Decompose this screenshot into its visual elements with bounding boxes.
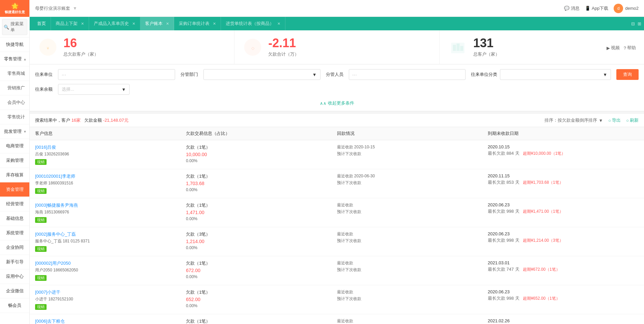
message-button[interactable]: 💬 消息 bbox=[564, 5, 580, 11]
tab-product-history[interactable]: 产成品入库单历史 ✕ bbox=[89, 17, 140, 30]
tabs-collapse-icon[interactable]: ⊟ bbox=[631, 21, 635, 26]
collapse-button[interactable]: ∧∧ 收起更多条件 bbox=[320, 100, 354, 106]
overdue-amount-link[interactable]: 超期¥672.00（1笔） bbox=[523, 267, 560, 272]
app-download-button[interactable]: 📱 App下载 bbox=[585, 5, 608, 11]
topbar-actions: 💬 消息 📱 App下载 d demo2 bbox=[564, 4, 639, 13]
debt-amount[interactable]: 1,703.68 bbox=[186, 181, 337, 186]
due-date: 2020.06.23 bbox=[488, 231, 639, 236]
tab-product-shelf[interactable]: 商品上下架 ✕ bbox=[51, 17, 89, 30]
debt-amount[interactable]: 1,471.00 bbox=[186, 210, 337, 215]
export-button[interactable]: ○ 导出 bbox=[608, 117, 621, 123]
max-overdue-days: 最长欠款 998 天 bbox=[488, 296, 520, 301]
customer-name-link[interactable]: [0016]吕俊 bbox=[35, 145, 56, 150]
filter-item-unit: 往来单位 ··· bbox=[35, 69, 175, 80]
debt-count: 欠款（1笔） bbox=[186, 318, 337, 324]
filter-row-2: 往来余额 选择... ▼ bbox=[35, 84, 639, 95]
sidebar-item-app-center[interactable]: 应用中心 bbox=[0, 269, 29, 284]
tabs-expand-icon[interactable]: ⊞ bbox=[638, 21, 641, 26]
sidebar-item-system[interactable]: 系统管理 bbox=[0, 226, 29, 240]
query-button[interactable]: 查询 bbox=[616, 69, 639, 80]
sidebar-item-purchase[interactable]: 采购管理 bbox=[0, 153, 29, 168]
debt-amount[interactable]: 672.00 bbox=[186, 268, 337, 273]
sort-select[interactable]: 排序：按欠款金额倒序排序 ▼ bbox=[544, 117, 603, 123]
table-row: [0016]吕俊 吕俊 13026203696 现销 欠款（1笔） 10,000… bbox=[30, 140, 644, 169]
header-debt-info: 欠款交易信息（占比） bbox=[186, 130, 337, 137]
refresh-button[interactable]: ○ 刷新 bbox=[626, 117, 639, 123]
last-payment: 最近收款 2020-06-30 bbox=[337, 173, 488, 179]
filter-select-dept[interactable]: ▼ bbox=[203, 69, 320, 80]
tab-close-icon[interactable]: ✕ bbox=[81, 22, 84, 26]
help-button[interactable]: ? 帮助 bbox=[624, 45, 636, 51]
overdue-amount-link[interactable]: 超期¥1,703.68（1笔） bbox=[523, 180, 563, 185]
sidebar-item-guide[interactable]: 新手引导 bbox=[0, 255, 29, 269]
tab-close-icon-3[interactable]: ✕ bbox=[166, 22, 169, 26]
tab-close-icon-2[interactable]: ✕ bbox=[132, 22, 135, 26]
sidebar-item-batch-mgmt[interactable]: 批发管理 ▼ bbox=[0, 124, 29, 139]
sidebar-item-retail-mgmt[interactable]: 零售管理 ▲ bbox=[0, 52, 29, 66]
max-overdue-days: 最长欠款 998 天 bbox=[488, 238, 520, 243]
customer-phone: 用户2050 18665062050 bbox=[35, 267, 186, 273]
customer-name-link[interactable]: [0002]服务中心_丁磊 bbox=[35, 232, 76, 237]
customer-name-link[interactable]: [000002]用户2050 bbox=[35, 261, 71, 266]
due-date: 2021.02.26 bbox=[488, 318, 639, 323]
sidebar-item-ecommerce[interactable]: 电商管理 bbox=[0, 139, 29, 153]
filter-select-balance[interactable]: 选择... ▼ bbox=[58, 84, 130, 95]
customer-tag: 现销 bbox=[35, 246, 47, 252]
search-area[interactable]: 🔍 搜索菜单 bbox=[0, 17, 29, 37]
video-help-button[interactable]: ▶ 视频 bbox=[607, 45, 620, 51]
filter-input-person[interactable]: ··· bbox=[349, 69, 466, 80]
overdue-amount-link[interactable]: 超期¥1,214.00（3笔） bbox=[523, 238, 563, 243]
debt-amount[interactable]: 1,214.00 bbox=[186, 239, 337, 244]
overdue-amount-link[interactable]: 超期¥652.00（1笔） bbox=[523, 296, 560, 301]
tab-close-icon-5[interactable]: ✕ bbox=[277, 22, 280, 26]
due-date: 2020.11.15 bbox=[488, 173, 639, 178]
customer-name-link[interactable]: [0003]畅捷服务尹海燕 bbox=[35, 203, 78, 208]
debt-info-cell: 欠款（1笔） 455.90 0.00% bbox=[186, 318, 337, 324]
sidebar-item-basic-info[interactable]: 基础信息 bbox=[0, 211, 29, 226]
debt-amount[interactable]: 10,000.00 bbox=[186, 152, 337, 157]
dots-icon-2: ··· bbox=[353, 72, 357, 77]
avatar: d bbox=[614, 4, 623, 13]
sidebar-item-wechat[interactable]: 企业微信 bbox=[0, 284, 29, 298]
due-date: 2020.06.23 bbox=[488, 202, 639, 207]
filter-input-unit[interactable]: ··· bbox=[58, 69, 175, 80]
message-icon: 💬 bbox=[564, 6, 569, 11]
customer-name-link[interactable]: [0001020001]李老师 bbox=[35, 174, 75, 179]
sidebar-item-enterprise[interactable]: 企业协同 bbox=[0, 240, 29, 255]
due-date-cell: 2020.10.15 最长欠款 884 天 超期¥10,000.00（1笔） bbox=[488, 144, 639, 156]
user-menu[interactable]: d demo2 bbox=[614, 4, 639, 13]
customer-count: 16家 bbox=[72, 118, 81, 123]
tab-customer-account[interactable]: 客户账本 ✕ bbox=[140, 17, 174, 30]
tab-purchase-order[interactable]: 采购订单统计表 ✕ bbox=[174, 17, 221, 30]
debt-percent: 0.00% bbox=[186, 158, 337, 163]
sidebar-item-vip[interactable]: 畅会员 bbox=[0, 298, 29, 313]
tab-purchase-stats[interactable]: 进货单统计表（按商品） ✕ bbox=[221, 17, 285, 30]
menu-search-button[interactable]: 🔍 搜索菜单 bbox=[2, 19, 27, 35]
sidebar-item-retail-mall[interactable]: 零售商城 bbox=[0, 66, 29, 81]
sidebar-item-quick-nav[interactable]: 快捷导航 bbox=[0, 37, 29, 52]
chevron-down-icon: ▲ bbox=[23, 57, 27, 61]
debt-amount[interactable]: 652.00 bbox=[186, 297, 337, 302]
debt-info-cell: 欠款（1笔） 1,471.00 0.00% bbox=[186, 202, 337, 221]
table-header: 客户信息 欠款交易信息（占比） 回款情况 到期未收款日期 bbox=[30, 127, 644, 140]
sidebar-item-retail-stats[interactable]: 零售统计 bbox=[0, 110, 29, 124]
sidebar-item-finance[interactable]: 资金管理 bbox=[0, 182, 29, 197]
overdue-amount-link[interactable]: 超期¥10,000.00（1笔） bbox=[523, 151, 566, 156]
sidebar-item-member[interactable]: 会员中心 bbox=[0, 95, 29, 110]
sidebar-item-operation[interactable]: 经营管理 bbox=[0, 197, 29, 211]
stat-card-debt: ◇ -2.11 欠款合计（万） bbox=[234, 30, 439, 64]
tab-home[interactable]: 首页 bbox=[32, 17, 51, 30]
sidebar-item-marketing[interactable]: 营销推广 bbox=[0, 81, 29, 95]
sidebar-item-inventory[interactable]: 库存核算 bbox=[0, 168, 29, 182]
header-customer-info: 客户信息 bbox=[35, 130, 186, 137]
customer-name-link[interactable]: [0007]小进干 bbox=[35, 290, 60, 295]
debt-percent: 0.00% bbox=[186, 245, 337, 250]
stats-row: ¥ 16 总欠款客户（家） ◇ -2.11 欠款合计（万） bbox=[30, 30, 644, 64]
tab-close-icon-4[interactable]: ✕ bbox=[213, 22, 216, 26]
last-payment: 最近收款 bbox=[337, 318, 488, 324]
overdue-amount-link[interactable]: 超期¥1,471.00（1笔） bbox=[523, 209, 563, 214]
debt-percent: 0.00% bbox=[186, 274, 337, 279]
stat-number-total: 131 bbox=[473, 37, 500, 49]
customer-name-link[interactable]: [0006]去下粮仓 bbox=[35, 319, 65, 324]
filter-select-category[interactable]: ▼ bbox=[500, 69, 611, 80]
